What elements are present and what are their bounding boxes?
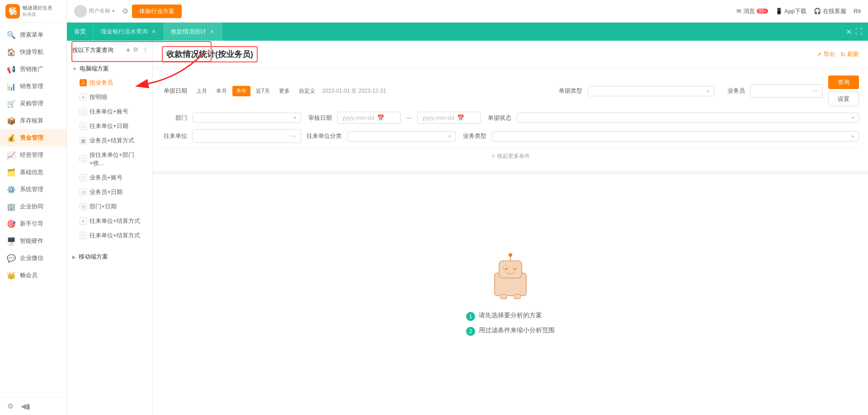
scheme-icon-unit-dept: □ [80, 156, 87, 163]
scheme-icon-detail: ≡ [80, 94, 87, 101]
online-service-btn[interactable]: 🎧 在线客服 [814, 7, 846, 15]
counterpart-category-label: 往来单位分类 [307, 132, 342, 140]
category-chevron-icon: ▾ [448, 134, 451, 139]
scheme-setting-icon[interactable]: ⚙ [133, 46, 138, 54]
scheme-item-salesperson-date[interactable]: ⊙ 业务员+日期 [67, 185, 152, 199]
scheme-icon-unit-settlement1: ≡ [80, 217, 87, 225]
doc-status-select[interactable]: ▾ [517, 113, 859, 123]
tab-collection-stats[interactable]: 收款情况统计 ✕ [164, 23, 222, 41]
dept-chevron-icon: ▾ [294, 115, 296, 120]
salesperson-dots-icon[interactable]: ··· [812, 87, 818, 95]
scheme-item-unit-dept[interactable]: □ 按往来单位+部门+收... [67, 148, 152, 170]
sidebar-item-newbie[interactable]: 🎯 新手引导 [0, 215, 66, 232]
content-area: 收款情况统计(按业务员) ↗ 导出 ↻ 刷新 单据日期 上月 本月 [153, 41, 868, 415]
audit-date-label: 审核日期 [307, 114, 332, 122]
tab-bank-flow[interactable]: 现金银行流水查询 ✕ [94, 23, 164, 41]
scheme-item-detail[interactable]: ≡ 按明细 [67, 90, 152, 104]
topbar-user[interactable]: 用户名称 ▾ [74, 5, 115, 18]
tab-expand-icon[interactable]: ⛶ [855, 28, 863, 36]
scheme-icon-person: 人 [80, 79, 87, 86]
date-tab-7days[interactable]: 近7天 [252, 86, 274, 96]
page-header: 收款情况统计(按业务员) ↗ 导出 ↻ 刷新 [153, 41, 868, 68]
sidebar-item-sales[interactable]: 📊 销售管理 [0, 78, 66, 95]
sidebar-item-finance[interactable]: 💰 资金管理 [0, 129, 66, 146]
audit-date-start[interactable]: yyyy-mm-dd 📅 [337, 112, 401, 124]
date-tab-last-month[interactable]: 上月 [193, 86, 211, 96]
system-icon: ⚙️ [7, 185, 15, 193]
member-icon: 👑 [7, 271, 15, 279]
scheme-icon-salesperson-date: ⊙ [80, 189, 87, 196]
tab-close-all-icon[interactable]: ✕ [846, 28, 852, 36]
logo-icon: 畅 [5, 4, 20, 19]
app-download-btn[interactable]: 📱 App下载 [775, 7, 807, 15]
date-tab-custom[interactable]: 自定义 [295, 86, 319, 96]
date-tab-this-year[interactable]: 本年 [232, 86, 250, 96]
counterpart-label: 往来单位 [162, 132, 187, 140]
scheme-add-icon[interactable]: + [126, 46, 130, 54]
sidebar-item-inventory[interactable]: 📦 库存核算 [0, 112, 66, 129]
counterpart-dots-icon[interactable]: ··· [290, 132, 296, 140]
scheme-mobile-header[interactable]: ▶ 移动端方案 [67, 250, 152, 264]
svg-point-7 [509, 253, 512, 257]
sidebar-nav: 🔍 搜索菜单 🏠 快捷导航 📢 营销推广 📊 销售管理 🛒 采购管理 📦 库存核… [0, 23, 66, 397]
setting-button[interactable]: 设置 [828, 92, 859, 106]
topbar-gear-icon[interactable]: ⚙ [122, 7, 128, 15]
basic-info-icon: 🗂️ [7, 168, 15, 176]
sidebar-item-quick-nav[interactable]: 🏠 快捷导航 [0, 43, 66, 61]
step-num-1: 1 [466, 312, 475, 321]
message-icon: ✉ [736, 8, 741, 14]
scheme-desktop-header[interactable]: ▼ 电脑端方案 [67, 62, 152, 75]
filter-row-3: 往来单位 ··· 往来单位分类 ▾ 业务类型 ▾ [162, 129, 859, 143]
sidebar-item-search[interactable]: 🔍 搜索菜单 [0, 26, 66, 43]
scheme-item-unit-account[interactable]: □ 往来单位+账号 [67, 104, 152, 119]
settings-footer-icon[interactable]: ⚙ [7, 402, 14, 410]
wechat-icon: 💬 [7, 254, 15, 262]
sales-icon: 📊 [7, 82, 15, 90]
business-type-select[interactable]: ▾ [492, 131, 859, 141]
export-btn[interactable]: ↗ 导出 [816, 50, 835, 58]
doc-type-select[interactable]: ▾ [588, 86, 714, 96]
scheme-item-salesperson-account[interactable]: □ 业务员+账号 [67, 170, 152, 185]
scheme-item-unit-settlement1[interactable]: ≡ 往来单位+结算方式 [67, 214, 152, 228]
collapse-sidebar-icon[interactable]: ◀▮ [21, 402, 30, 410]
scheme-collapse-icon[interactable]: 《 [141, 46, 147, 54]
tab-close-bank-flow[interactable]: ✕ [151, 28, 156, 35]
counterpart-select[interactable]: ··· [193, 129, 301, 143]
scheme-item-unit-date[interactable]: □ 往来单位+日期 [67, 119, 152, 133]
scheme-icon-salesperson-account: □ [80, 174, 87, 181]
scheme-item-salesperson[interactable]: 人 按业务员 [67, 75, 152, 90]
sidebar-item-wechat[interactable]: 💬 企业微信 [0, 250, 66, 267]
purchase-icon: 🛒 [7, 99, 15, 108]
scheme-item-dept-date[interactable]: ⊙ 部门+日期 [67, 199, 152, 214]
sidebar-item-basic-info[interactable]: 🗂️ 基础信息 [0, 164, 66, 181]
svg-point-5 [514, 268, 516, 270]
date-tab-more[interactable]: 更多 [275, 86, 293, 96]
refresh-btn[interactable]: ↻ 刷新 [840, 50, 859, 58]
audit-date-end[interactable]: yyyy-mm-dd 📅 [417, 112, 481, 124]
sidebar-item-smart-hw[interactable]: 🖥️ 智能硬件 [0, 232, 66, 250]
sidebar-item-marketing[interactable]: 📢 营销推广 [0, 61, 66, 78]
svg-rect-9 [514, 294, 520, 299]
finance-icon: 💰 [7, 134, 15, 142]
counterpart-category-select[interactable]: ▾ [347, 131, 456, 141]
sidebar-item-purchase[interactable]: 🛒 采购管理 [0, 95, 66, 112]
collapse-bar[interactable]: ∧ 收起更多条件 [162, 148, 859, 164]
scheme-icon-salesperson-settlement: ▦ [80, 137, 87, 144]
sidebar-item-enterprise[interactable]: 🏢 企业协同 [0, 198, 66, 215]
query-button[interactable]: 查询 [828, 75, 859, 89]
tab-close-collection-stats[interactable]: ✕ [210, 28, 214, 35]
sidebar-item-operation[interactable]: 📈 经营管理 [0, 146, 66, 164]
sidebar-item-system[interactable]: ⚙️ 系统管理 [0, 181, 66, 198]
trial-btn[interactable]: 体验行业方案 [132, 5, 182, 18]
message-btn[interactable]: ✉ 消息 99+ [736, 7, 768, 15]
sidebar-logo: 畅 畅捷通好生意 标准版 [0, 0, 66, 23]
dept-select[interactable]: ▾ [193, 113, 301, 123]
scheme-item-unit-settlement2[interactable]: □ 往来单位+结算方式 [67, 228, 152, 243]
tab-home[interactable]: 首页 [67, 23, 94, 41]
newbie-icon: 🎯 [7, 220, 15, 228]
scheme-panel: 按以下方案查询 + ⚙ 《 ▼ 电脑端方案 人 按业务员 ≡ 按明细 □ [67, 41, 153, 415]
sidebar-item-member[interactable]: 👑 畅会员 [0, 267, 66, 284]
scheme-item-salesperson-settlement[interactable]: ▦ 业务员+结算方式 [67, 133, 152, 148]
salesperson-select[interactable]: ··· [750, 84, 823, 98]
date-tab-this-month[interactable]: 本月 [212, 86, 231, 96]
